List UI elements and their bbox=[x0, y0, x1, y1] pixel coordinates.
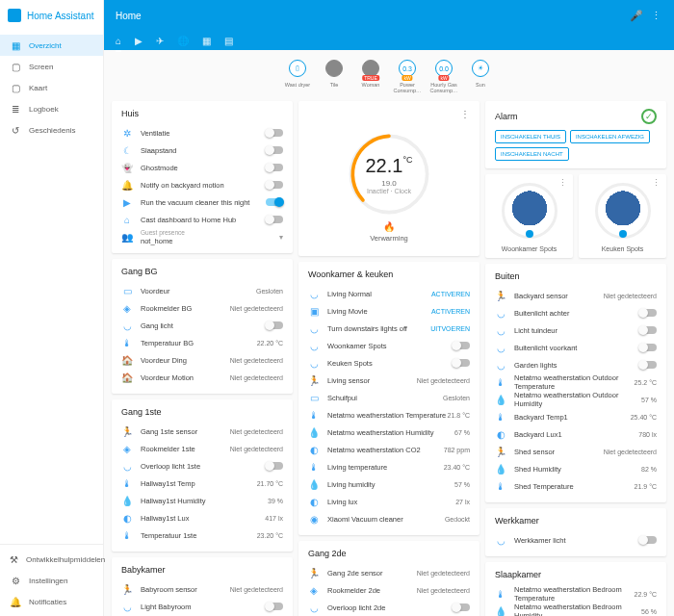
badge[interactable]: ☀ Sun bbox=[466, 60, 495, 93]
badge[interactable]: Tile bbox=[320, 60, 349, 93]
entity-row[interactable]: 🏃 Babyroom sensor Niet gedetecteerd bbox=[121, 580, 283, 598]
entity-row[interactable]: ◉ Xiaomi Vacuum cleaner Gedockt bbox=[308, 510, 470, 527]
tab-panel-icon[interactable]: ▦ bbox=[202, 36, 211, 46]
badge[interactable]: ▯ Wast dryer bbox=[283, 60, 312, 93]
entity-row[interactable]: ◡ Buitenlicht voorkant bbox=[495, 339, 657, 356]
entity-row[interactable]: ◈ Rookmelder BG Niet gedetecteerd bbox=[121, 299, 283, 317]
toggle[interactable] bbox=[266, 164, 283, 171]
tab-globe-icon[interactable]: 🌐 bbox=[177, 36, 189, 46]
entity-row[interactable]: ▣ Living Movie ACTIVEREN bbox=[308, 302, 470, 320]
more-icon[interactable]: ⋮ bbox=[651, 10, 662, 21]
alarm-arm-button[interactable]: Inschakelen Afwezig bbox=[570, 130, 650, 143]
toggle[interactable] bbox=[639, 326, 657, 334]
entity-row[interactable]: 🏃 Shed sensor Niet gedetecteerd bbox=[495, 443, 657, 460]
row-action[interactable]: UITVOEREN bbox=[430, 325, 470, 332]
entity-row[interactable]: ◡ Gang licht bbox=[121, 317, 283, 334]
toggle[interactable] bbox=[266, 462, 283, 470]
entity-row[interactable]: 👻 Ghostmode bbox=[121, 159, 283, 176]
entity-row[interactable]: ◡ Woonkamer Spots bbox=[308, 337, 470, 354]
entity-row[interactable]: ⌂ Cast dashboard to Home Hub bbox=[121, 211, 283, 228]
toggle[interactable] bbox=[266, 198, 283, 206]
entity-row[interactable]: 🏠 Voordeur Ding Niet gedetecteerd bbox=[121, 351, 283, 369]
toggle[interactable] bbox=[453, 359, 470, 367]
entity-row[interactable]: 💧 Living humidity 57 % bbox=[308, 475, 470, 493]
badge[interactable]: 0.3 kW Power Consump… bbox=[393, 60, 422, 93]
entity-row[interactable]: 🏃 Gang 2de sensor Niet gedetecteerd bbox=[308, 564, 470, 581]
more-icon[interactable]: ⋮ bbox=[460, 109, 470, 119]
toggle[interactable] bbox=[266, 146, 283, 154]
entity-row[interactable]: ▭ Voordeur Gesloten bbox=[121, 282, 283, 299]
entity-row[interactable]: 🏃 Backyard sensor Niet gedetecteerd bbox=[495, 287, 657, 304]
entity-row[interactable]: 🌡 Netatmo weatherstation Temperature 21.… bbox=[308, 406, 470, 424]
tab-media-icon[interactable]: ▶ bbox=[135, 36, 143, 46]
row-action[interactable]: ACTIVEREN bbox=[431, 291, 470, 297]
sidebar-item-logboek[interactable]: ≣ Logboek bbox=[0, 98, 103, 119]
toggle[interactable] bbox=[639, 344, 657, 351]
entity-row[interactable]: 🌡 Living temperature 23.40 °C bbox=[308, 458, 470, 475]
sidebar-item-geschiedenis[interactable]: ↺ Geschiedenis bbox=[0, 119, 103, 141]
entity-row[interactable]: 🌡 Netatmo weatherstation Bedroom Tempera… bbox=[495, 585, 657, 603]
toggle[interactable] bbox=[453, 603, 470, 611]
chevron-down-icon[interactable]: ▾ bbox=[279, 233, 283, 242]
entity-row[interactable]: ✲ Ventilatie bbox=[121, 124, 283, 141]
toggle[interactable] bbox=[266, 603, 283, 610]
toggle[interactable] bbox=[266, 129, 283, 137]
mic-icon[interactable]: 🎤 bbox=[630, 10, 641, 21]
entity-row[interactable]: ◡ Buitenlicht achter bbox=[495, 304, 657, 321]
alarm-arm-button[interactable]: Inschakelen Nacht bbox=[495, 147, 569, 161]
row-action[interactable]: ACTIVEREN bbox=[431, 308, 470, 315]
entity-row[interactable]: 🌡 Backyard Temp1 25.40 °C bbox=[495, 408, 657, 425]
entity-row[interactable]: 💧 Hallway1st Humidity 39 % bbox=[121, 492, 283, 509]
entity-row[interactable]: ☾ Slaapstand bbox=[121, 141, 283, 159]
sidebar-item-kaart[interactable]: ▢ Kaart bbox=[0, 77, 103, 98]
entity-row[interactable]: ▶ Run the vacuum cleaner this night bbox=[121, 193, 283, 211]
entity-row[interactable]: ◡ Overloop licht 2de bbox=[308, 599, 470, 616]
entity-row[interactable]: ◐ Netatmo weatherstation CO2 782 ppm bbox=[308, 441, 470, 458]
light-card[interactable]: ⋮ Keuken Spots bbox=[579, 174, 666, 258]
entity-row[interactable]: 👥 Guest presence not_home ▾ bbox=[121, 228, 283, 245]
badge[interactable]: TRUE Woman bbox=[356, 60, 385, 93]
entity-row[interactable]: ◐ Backyard Lux1 780 lx bbox=[495, 425, 657, 443]
tab-home-icon[interactable]: ⌂ bbox=[116, 36, 121, 52]
sidebar-item-notificaties[interactable]: 🔔 Notificaties bbox=[0, 591, 103, 612]
entity-row[interactable]: 💧 Netatmo weatherstation Bedroom Humidit… bbox=[495, 603, 657, 616]
sidebar-item-instellingen[interactable]: ⚙ Instellingen bbox=[0, 570, 103, 591]
entity-row[interactable]: ◡ Living Normal ACTIVEREN bbox=[308, 285, 470, 302]
entity-row[interactable]: 🌡 Netatmo weatherstation Outdoor Tempera… bbox=[495, 373, 657, 391]
sidebar-item-overzicht[interactable]: ▦ Overzicht bbox=[0, 35, 103, 56]
entity-row[interactable]: ◡ Overloop licht 1ste bbox=[121, 457, 283, 475]
entity-row[interactable]: 💧 Shed Humidity 82 % bbox=[495, 460, 657, 477]
toggle[interactable] bbox=[266, 181, 283, 189]
more-icon[interactable]: ⋮ bbox=[652, 178, 661, 188]
more-icon[interactable]: ⋮ bbox=[558, 178, 567, 188]
toggle[interactable] bbox=[266, 321, 283, 329]
alarm-arm-button[interactable]: Inschakelen Thuis bbox=[495, 130, 566, 143]
entity-row[interactable]: ◡ Keuken Spots bbox=[308, 354, 470, 372]
light-card[interactable]: ⋮ Woonkamer Spots bbox=[485, 174, 573, 258]
toggle[interactable] bbox=[639, 536, 657, 544]
entity-row[interactable]: ◡ Werkkamer licht bbox=[495, 531, 657, 549]
entity-row[interactable]: 🔔 Notify on backyard motion bbox=[121, 176, 283, 193]
entity-row[interactable]: 🌡 Hallway1st Temp 21.70 °C bbox=[121, 475, 283, 492]
entity-row[interactable]: ◈ Rookmelder 1ste Niet gedetecteerd bbox=[121, 440, 283, 457]
entity-row[interactable]: 💧 Netatmo weatherstation Outdoor Humidit… bbox=[495, 391, 657, 408]
entity-row[interactable]: ◡ Turn downstairs lights off UITVOEREN bbox=[308, 320, 470, 337]
entity-row[interactable]: ◐ Hallway1st Lux 417 lx bbox=[121, 509, 283, 526]
entity-row[interactable]: ◡ Light Babyroom bbox=[121, 598, 283, 615]
entity-row[interactable]: ▭ Schuifpui Gesloten bbox=[308, 389, 470, 406]
badge[interactable]: 0.0 kW Hourly Gas Consump… bbox=[429, 60, 458, 93]
entity-row[interactable]: 🌡 Temperatuur 1ste 23.20 °C bbox=[121, 526, 283, 544]
entity-row[interactable]: ◡ Licht tuindeur bbox=[495, 321, 657, 339]
entity-row[interactable]: 🏃 Gang 1ste sensor Niet gedetecteerd bbox=[121, 423, 283, 440]
shield-check-icon[interactable]: ✓ bbox=[641, 109, 657, 124]
toggle[interactable] bbox=[266, 216, 283, 223]
toggle[interactable] bbox=[453, 342, 470, 349]
tab-text-icon[interactable]: ▤ bbox=[224, 36, 233, 46]
entity-row[interactable]: 🏠 Voordeur Motion Niet gedetecteerd bbox=[121, 369, 283, 386]
entity-row[interactable]: 🏃 Living sensor Niet gedetecteerd bbox=[308, 372, 470, 389]
toggle[interactable] bbox=[639, 309, 657, 317]
entity-row[interactable]: ◐ Living lux 27 lx bbox=[308, 493, 470, 510]
sidebar-item-screen[interactable]: ▢ Screen bbox=[0, 56, 103, 77]
entity-row[interactable]: ◈ Rookmelder 2de Niet gedetecteerd bbox=[308, 581, 470, 599]
thermostat[interactable]: 22.1°C 19.0 Inactief · Clock 🔥 Verwarmin… bbox=[308, 125, 470, 248]
